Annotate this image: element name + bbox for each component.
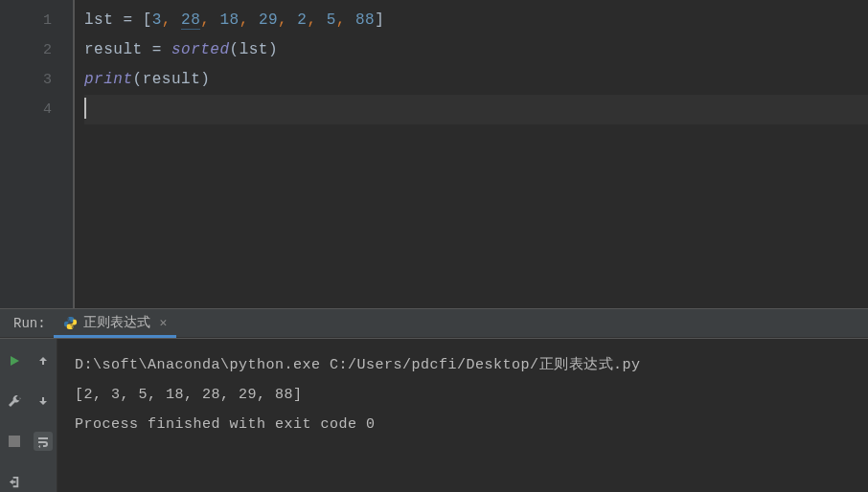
down-arrow-icon[interactable] (33, 391, 54, 412)
variable: lst (84, 11, 113, 29)
run-tool-second-column (29, 339, 57, 492)
space (287, 11, 297, 29)
stop-button[interactable] (4, 431, 25, 452)
number: 28 (181, 11, 200, 30)
console-line: D:\soft\Anaconda\python.exe C:/Users/pdc… (75, 350, 868, 380)
space (346, 11, 355, 29)
run-tool-left-column (0, 339, 29, 492)
line-number-gutter: 1 2 3 4 (0, 0, 75, 308)
close-icon[interactable]: ✕ (160, 315, 168, 330)
number: 2 (297, 11, 307, 29)
bracket-close: ] (375, 11, 384, 29)
paren-open: ( (230, 41, 240, 58)
number: 5 (327, 11, 336, 29)
number: 88 (355, 11, 375, 29)
identifier: result (143, 71, 201, 88)
run-tool-header: Run: 正则表达式 ✕ (0, 308, 868, 338)
space (317, 11, 327, 29)
comma: , (200, 11, 210, 29)
space (171, 11, 181, 29)
wrench-icon[interactable] (4, 391, 25, 412)
identifier: lst (240, 41, 268, 58)
run-label: Run: (0, 316, 54, 331)
code-line[interactable]: lst = [3, 28, 18, 29, 2, 5, 88] (84, 6, 868, 35)
builtin-call: print (84, 71, 133, 88)
comma: , (278, 11, 287, 29)
space (210, 11, 219, 29)
variable: result (84, 41, 143, 58)
comma: , (307, 11, 316, 29)
operator: = (113, 11, 142, 29)
exit-icon[interactable] (4, 471, 25, 492)
code-line-current[interactable] (84, 95, 868, 124)
builtin-call: sorted (171, 41, 230, 58)
console-line: Process finished with exit code 0 (75, 410, 868, 439)
caret (84, 98, 86, 119)
number: 29 (259, 11, 278, 29)
number: 18 (219, 11, 239, 29)
up-arrow-icon[interactable] (33, 350, 54, 371)
space (249, 11, 259, 29)
paren-close: ) (268, 41, 278, 58)
comma: , (336, 11, 346, 29)
comma: , (162, 11, 171, 29)
console-line: [2, 3, 5, 18, 28, 29, 88] (75, 380, 868, 410)
line-number: 3 (0, 65, 52, 95)
paren-close: ) (200, 71, 210, 88)
rerun-button[interactable] (4, 350, 25, 371)
python-file-icon (63, 316, 78, 330)
soft-wrap-button[interactable] (33, 431, 54, 452)
bracket-open: [ (143, 11, 152, 29)
line-number: 1 (0, 6, 52, 35)
run-tab-title: 正则表达式 (83, 314, 150, 331)
run-tool-body: D:\soft\Anaconda\python.exe C:/Users/pdc… (0, 338, 868, 492)
editor-pane: 1 2 3 4 lst = [3, 28, 18, 29, 2, 5, 88] … (0, 0, 868, 308)
line-number: 4 (0, 95, 52, 124)
line-number: 2 (0, 35, 52, 65)
number: 3 (152, 11, 162, 29)
paren-open: ( (133, 71, 143, 88)
comma: , (240, 11, 249, 29)
code-line[interactable]: result = sorted(lst) (84, 35, 868, 65)
code-editor[interactable]: lst = [3, 28, 18, 29, 2, 5, 88] result =… (75, 0, 868, 308)
operator: = (143, 41, 171, 58)
code-line[interactable]: print(result) (84, 65, 868, 95)
console-output[interactable]: D:\soft\Anaconda\python.exe C:/Users/pdc… (57, 339, 868, 492)
run-tab[interactable]: 正则表达式 ✕ (54, 310, 177, 338)
